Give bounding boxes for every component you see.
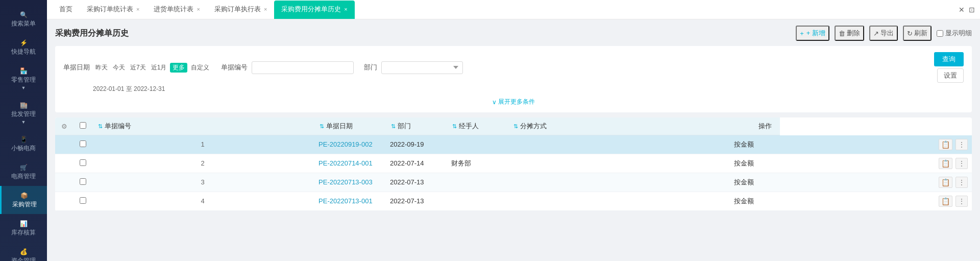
filter-area: 单据日期 昨天 今天 近7天 近1月 更多 自定义 单据编号 xyxy=(55,46,972,112)
table-row: 1 PE-20220919-002 2022-09-19 按金额 📋 ⋮ xyxy=(55,135,972,154)
refresh-icon: ↻ xyxy=(907,30,913,37)
purchase-icon: 📦 xyxy=(4,192,44,199)
close-tab-purchase-cost-history[interactable]: × xyxy=(344,6,347,12)
more-icon-3[interactable]: ⋮ xyxy=(955,196,968,207)
restore-window-icon[interactable]: ⊡ xyxy=(969,6,975,14)
col-settings[interactable]: ⚙ xyxy=(55,117,74,135)
quick-nav-icon: ⚡ xyxy=(3,39,44,46)
expand-more-btn[interactable]: ∨ 展开更多条件 xyxy=(492,98,535,106)
col-dept[interactable]: ⇅ 部门 xyxy=(385,117,446,135)
show-cols-checkbox[interactable] xyxy=(937,30,943,37)
sidebar-item-wholesale-mgmt[interactable]: 🏬 批发管理 ▼ xyxy=(0,96,47,130)
refresh-button[interactable]: ↻ 刷新 xyxy=(903,26,932,41)
arrow-down-icon: ▼ xyxy=(3,85,44,90)
sidebar-item-finance-mgmt[interactable]: 💰 资金管理 xyxy=(0,242,47,261)
sidebar-item-ecommerce-mgmt[interactable]: 🛒 电商管理 xyxy=(0,158,47,186)
row-handler-2 xyxy=(507,173,729,192)
row-checkbox-1[interactable] xyxy=(80,159,86,166)
more-icon-0[interactable]: ⋮ xyxy=(955,139,968,150)
edit-icon-3[interactable]: 📋 xyxy=(939,196,952,207)
col-split-method[interactable]: ⇅ 分摊方式 xyxy=(507,117,729,135)
row-split-method-3: 按金额 xyxy=(729,192,780,210)
dept-select[interactable]: 财务部 xyxy=(381,61,463,74)
close-all-tabs-icon[interactable]: ✕ xyxy=(959,6,965,14)
shortcut-1month[interactable]: 近1月 xyxy=(150,63,168,73)
table-row: 2 PE-20220714-001 2022-07-14 财务部 按金额 📋 ⋮ xyxy=(55,154,972,173)
doc-no-link-2[interactable]: PE-20220713-003 xyxy=(318,178,373,186)
close-tab-goods-in-stats[interactable]: × xyxy=(197,6,200,12)
row-dept-0 xyxy=(446,135,507,154)
row-checkbox-3[interactable] xyxy=(80,197,86,204)
sidebar-item-quick-nav[interactable]: ⚡ 快捷导航 xyxy=(0,33,47,61)
doc-no-filter-group: 单据编号 xyxy=(221,61,354,74)
row-actions-1: 📋 ⋮ xyxy=(780,154,972,173)
table-container: ⚙ ⇅ 单据编号 ⇅ 单据日期 xyxy=(55,117,972,211)
sidebar-item-search-menu[interactable]: 🔍 搜索菜单 xyxy=(0,5,47,33)
tab-purchase-order-exec[interactable]: 采购订单执行表 × xyxy=(207,1,274,19)
row-checkbox-cell-2 xyxy=(74,173,92,192)
row-actions-0: 📋 ⋮ xyxy=(780,135,972,154)
settings-icon: ⚙ xyxy=(61,123,67,130)
filter-row-1: 单据日期 昨天 今天 近7天 近1月 更多 自定义 单据编号 xyxy=(63,52,964,83)
tab-home[interactable]: 首页 xyxy=(52,1,80,19)
row-actions-2: 📋 ⋮ xyxy=(780,173,972,192)
setting-button[interactable]: 设置 xyxy=(937,68,964,83)
sidebar-item-mini-commerce[interactable]: 📱 小畅电商 xyxy=(0,130,47,158)
doc-no-link-1[interactable]: PE-20220714-001 xyxy=(318,159,373,167)
tab-bar-controls: ✕ ⊡ xyxy=(959,6,975,14)
row-num-0: 1 xyxy=(92,135,313,154)
row-doc-date-2: 2022-07-13 xyxy=(385,173,446,192)
row-checkbox-0[interactable] xyxy=(80,140,86,147)
table-header-row: ⚙ ⇅ 单据编号 ⇅ 单据日期 xyxy=(55,117,972,135)
tab-goods-in-stats[interactable]: 进货单统计表 × xyxy=(146,1,207,19)
col-doc-date[interactable]: ⇅ 单据日期 xyxy=(313,117,385,135)
sidebar-item-purchase-mgmt[interactable]: 📦 采购管理 xyxy=(0,186,47,214)
date-filter-group: 单据日期 昨天 今天 近7天 近1月 更多 自定义 xyxy=(63,63,211,73)
table-row: 3 PE-20220713-003 2022-07-13 按金额 📋 ⋮ xyxy=(55,173,972,192)
sort-icon-handler: ⇅ xyxy=(452,123,457,129)
select-all-checkbox[interactable] xyxy=(80,122,86,129)
sidebar-item-inventory[interactable]: 📊 库存核算 xyxy=(0,214,47,242)
row-checkbox-cell-3 xyxy=(74,192,92,210)
edit-icon-0[interactable]: 📋 xyxy=(939,139,952,150)
tab-purchase-order-stats[interactable]: 采购订单统计表 × xyxy=(80,1,146,19)
chevron-down-icon: ∨ xyxy=(492,99,497,106)
col-doc-no[interactable]: ⇅ 单据编号 xyxy=(92,117,313,135)
sidebar: 🔍 搜索菜单 ⚡ 快捷导航 🏪 零售管理 ▼ 🏬 批发管理 ▼ 📱 小畅电商 🛒… xyxy=(0,0,47,261)
edit-icon-2[interactable]: 📋 xyxy=(939,177,952,188)
doc-no-link-0[interactable]: PE-20220919-002 xyxy=(318,140,373,148)
row-doc-date-0: 2022-09-19 xyxy=(385,135,446,154)
edit-icon-1[interactable]: 📋 xyxy=(939,158,952,169)
export-button[interactable]: ↗ 导出 xyxy=(869,26,898,41)
row-doc-date-1: 2022-07-14 xyxy=(385,154,446,173)
row-settings-1 xyxy=(55,154,74,173)
shortcut-7days[interactable]: 近7天 xyxy=(129,63,148,73)
col-action: 操作 xyxy=(729,117,780,135)
more-icon-2[interactable]: ⋮ xyxy=(955,177,968,188)
show-cols-toggle[interactable]: 显示明细 xyxy=(937,29,972,38)
more-icon-1[interactable]: ⋮ xyxy=(955,158,968,169)
row-handler-0 xyxy=(507,135,729,154)
col-handler[interactable]: ⇅ 经手人 xyxy=(446,117,507,135)
close-tab-purchase-order-stats[interactable]: × xyxy=(136,6,139,12)
sort-icon-dept: ⇅ xyxy=(391,123,396,129)
row-dept-1: 财务部 xyxy=(446,154,507,173)
shortcut-more[interactable]: 更多 xyxy=(170,63,187,73)
sort-icon-doc-date: ⇅ xyxy=(320,123,324,129)
doc-no-link-3[interactable]: PE-20220713-001 xyxy=(318,197,373,205)
header-actions: + + 新增 🗑 删除 ↗ 导出 ↻ 刷新 显示明细 xyxy=(796,26,972,41)
delete-button[interactable]: 🗑 删除 xyxy=(835,26,864,41)
add-button[interactable]: + + 新增 xyxy=(796,26,829,41)
shortcut-today[interactable]: 今天 xyxy=(111,63,127,73)
row-doc-no-1: PE-20220714-001 xyxy=(313,154,385,173)
row-checkbox-2[interactable] xyxy=(80,178,86,185)
expand-more-row: ∨ 展开更多条件 xyxy=(63,98,964,106)
sidebar-item-retail-mgmt[interactable]: 🏪 零售管理 ▼ xyxy=(0,61,47,96)
tab-purchase-cost-history[interactable]: 采购费用分摊单历史 × xyxy=(274,1,354,19)
doc-no-input[interactable] xyxy=(252,61,354,74)
row-settings-0 xyxy=(55,135,74,154)
shortcut-custom[interactable]: 自定义 xyxy=(189,63,211,73)
shortcut-yesterday[interactable]: 昨天 xyxy=(94,63,109,73)
query-button[interactable]: 查询 xyxy=(934,52,964,66)
close-tab-purchase-order-exec[interactable]: × xyxy=(264,6,267,12)
